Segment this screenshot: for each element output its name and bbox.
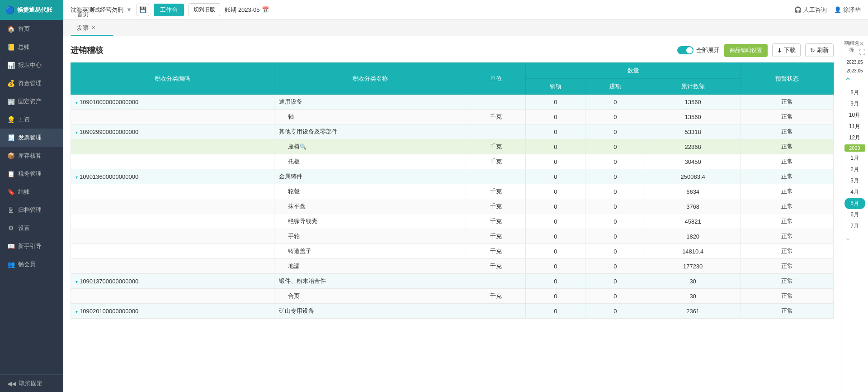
child-name: 合页 <box>274 289 466 304</box>
refresh-button[interactable]: ↻ 刷新 <box>805 43 834 57</box>
group-sales: 0 <box>526 95 585 110</box>
refresh-icon: ↻ <box>810 47 815 54</box>
group-sales: 0 <box>526 169 585 184</box>
child-unit: 千克 <box>466 154 526 169</box>
sidebar-logo: 🔵 畅捷通易代账 <box>0 0 63 20</box>
period-top-item[interactable]: 2023.05 <box>844 67 865 75</box>
sidebar-item-label: 总账 <box>18 43 30 51</box>
unpin-button[interactable]: ◀◀ 取消固定 <box>0 374 63 392</box>
username: 徐泽华 <box>843 6 861 14</box>
data-table: 税收分类编码 税收分类名称 单位 数量 预警状态 销项 进项 累计数额 ▾109… <box>71 62 834 319</box>
sidebar-item-label: 首页 <box>18 25 30 33</box>
sidebar-item-税务管理[interactable]: 📋税务管理 <box>0 165 63 183</box>
period-month-item[interactable]: 6月 <box>844 209 865 220</box>
user-button[interactable]: 👤 徐泽华 <box>834 6 861 14</box>
period-month-item[interactable]: 5月 <box>844 198 865 209</box>
child-sales: 0 <box>526 154 585 169</box>
period-month-item[interactable]: 2月 <box>844 164 865 175</box>
child-purchase: 0 <box>585 110 645 124</box>
child-code <box>71 154 274 169</box>
sidebar-item-固定资产[interactable]: 🏢固定资产 <box>0 92 63 110</box>
sidebar-item-label: 新手引导 <box>18 242 42 250</box>
headset-icon: 🎧 <box>794 6 802 13</box>
sidebar-item-畅会员[interactable]: 👥畅会员 <box>0 255 63 273</box>
tab-close-icon[interactable]: ✕ <box>103 38 107 44</box>
sidebar-item-资金管理[interactable]: 💰资金管理 <box>0 74 63 92</box>
group-sales: 0 <box>526 124 585 139</box>
child-purchase: 0 <box>585 199 645 214</box>
group-status: 正常 <box>741 304 833 319</box>
group-total: 250083.4 <box>645 169 741 184</box>
period-scroll-down-icon[interactable]: ⌄ <box>844 233 865 243</box>
group-name: 其他专用设备及零部件 <box>274 124 466 139</box>
child-total: 22868 <box>645 139 741 154</box>
period-value: 2023-05 <box>238 6 260 13</box>
period-month-item[interactable]: 12月 <box>844 132 865 143</box>
child-sales: 0 <box>526 110 585 124</box>
company-dropdown-icon: ▼ <box>126 6 132 13</box>
search-icon[interactable]: 🔍 <box>300 143 307 150</box>
sidebar-item-label: 结账 <box>18 188 30 196</box>
child-status: 正常 <box>741 199 833 214</box>
product-code-button[interactable]: 商品编码设置 <box>724 44 768 57</box>
period-scroll-up-icon[interactable]: ⌃ <box>844 76 865 86</box>
period-month-item[interactable]: 9月 <box>844 98 865 110</box>
period-header: 期间选择 ✕ ⛶ <box>841 40 868 56</box>
toggle-switch[interactable] <box>677 46 693 54</box>
child-purchase: 0 <box>585 229 645 244</box>
group-code: ▾109013700000000000 <box>71 274 274 289</box>
sidebar-item-设置[interactable]: ⚙设置 <box>0 219 63 237</box>
sidebar-item-发票管理[interactable]: 🧾发票管理 <box>0 129 63 147</box>
period-month-item[interactable]: 11月 <box>844 121 865 132</box>
content-inner: 进销稽核 全部展开 商品编码设置 ⬇ 下载 ↻ 刷新 <box>63 36 841 392</box>
period-top-item[interactable]: 2023.05 <box>844 58 865 67</box>
group-purchase: 0 <box>585 169 645 184</box>
toggle-all[interactable]: 全部展开 <box>677 46 720 54</box>
sidebar-item-工资[interactable]: 👷工资 <box>0 110 63 129</box>
sidebar-item-总账[interactable]: 📒总账 <box>0 38 63 56</box>
user-icon: 👤 <box>834 6 841 13</box>
sidebar-item-结账[interactable]: 🔖结账 <box>0 183 63 201</box>
child-total: 30 <box>645 289 741 304</box>
group-code: ▾109010000000000000 <box>71 95 274 110</box>
switch-version-button[interactable]: 切到旧版 <box>189 3 220 16</box>
child-status: 正常 <box>741 244 833 259</box>
sidebar-item-报表中心[interactable]: 📊报表中心 <box>0 56 63 74</box>
tabs-bar: 首页发票✕进销稽核✕ <box>63 20 868 36</box>
tab-close-icon[interactable]: ✕ <box>91 25 95 31</box>
download-button[interactable]: ⬇ 下载 <box>772 43 801 57</box>
calendar-icon[interactable]: 📅 <box>262 6 269 13</box>
tab-首页[interactable]: 首页 <box>71 8 113 21</box>
sidebar-icon: ⚙ <box>7 225 14 232</box>
sidebar-item-库存核算[interactable]: 📦库存核算 <box>0 147 63 165</box>
sidebar-item-归档管理[interactable]: 🗄归档管理 <box>0 201 63 219</box>
sidebar-item-新手引导[interactable]: 📖新手引导 <box>0 237 63 255</box>
sidebar-item-label: 设置 <box>18 224 30 232</box>
sidebar-item-label: 库存核算 <box>18 152 42 160</box>
expand-panel-icon[interactable]: ⛶ <box>859 48 865 56</box>
save-button[interactable]: 💾 <box>137 4 149 16</box>
topbar: 沈海英测试经营勿删 ▼ 💾 工作台 切到旧版 账期 2023-05 📅 🎧 人工… <box>63 0 868 20</box>
help-button[interactable]: 🎧 人工咨询 <box>794 6 827 14</box>
th-unit: 单位 <box>466 63 526 95</box>
period-month-item[interactable]: 4月 <box>844 186 865 198</box>
period-month-item[interactable]: 1月 <box>844 153 865 164</box>
period-month-item[interactable]: 3月 <box>844 175 865 186</box>
child-purchase: 0 <box>585 289 645 304</box>
workbench-button[interactable]: 工作台 <box>154 4 184 16</box>
close-panel-icon[interactable]: ✕ <box>859 40 865 48</box>
th-sales: 销项 <box>526 79 585 95</box>
period-month-item[interactable]: 7月 <box>844 220 865 232</box>
unpin-label: 取消固定 <box>19 379 42 387</box>
sidebar-item-label: 发票管理 <box>18 134 42 142</box>
sidebar-item-label: 资金管理 <box>18 79 42 87</box>
group-name: 金属铸件 <box>274 169 466 184</box>
tab-发票[interactable]: 发票✕ <box>71 21 113 35</box>
page-content: 进销稽核 全部展开 商品编码设置 ⬇ 下载 ↻ 刷新 <box>63 36 868 392</box>
sidebar-item-label: 报表中心 <box>18 61 42 69</box>
app-name: 畅捷通易代账 <box>17 6 52 14</box>
sidebar-item-首页[interactable]: 🏠首页 <box>0 20 63 38</box>
child-unit: 千克 <box>466 199 526 214</box>
period-month-item[interactable]: 8月 <box>844 87 865 98</box>
period-month-item[interactable]: 10月 <box>844 110 865 121</box>
